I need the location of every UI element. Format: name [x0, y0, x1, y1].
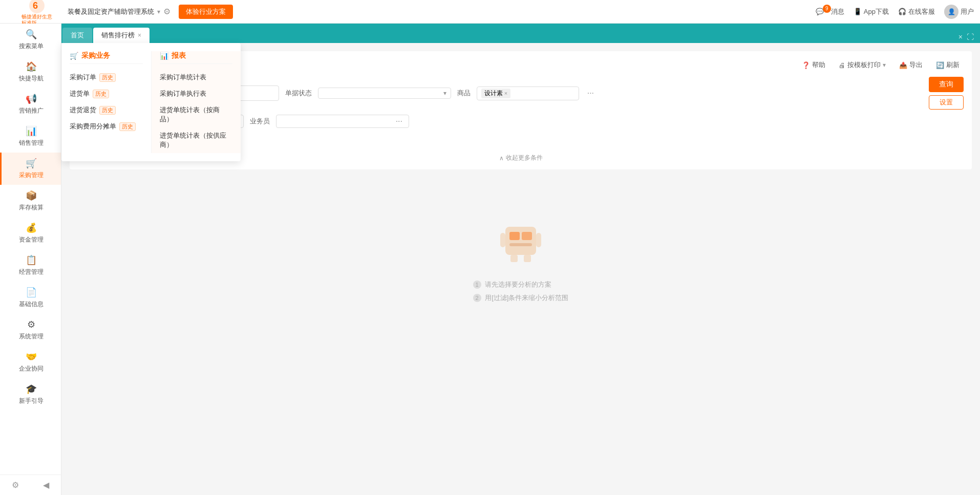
goods-ellipsis[interactable]: ··· [585, 89, 596, 98]
tab-sales-ranking-label: 销售排行榜 [101, 31, 135, 40]
gear-icon: ⚙ [27, 319, 35, 330]
menu-col-purchase: 🛒 采购业务 采购订单 历史 进货单 历史 进货退货 历史 采购费用分摊单 历史 [61, 51, 151, 153]
menu-item-purchase-expense[interactable]: 采购费用分摊单 历史 [70, 118, 143, 135]
purchase-col-title-text: 采购业务 [81, 51, 110, 60]
svg-rect-3 [509, 232, 520, 240]
sidebar-item-inventory[interactable]: 📦 库存核算 [0, 185, 61, 217]
menu-item-inbound-stats-supplier[interactable]: 进货单统计表（按供应商） [160, 127, 233, 153]
help-icon: ❓ [802, 61, 810, 69]
goods-tag-text: 设计素 [484, 89, 503, 98]
clipboard-icon: 📋 [26, 254, 37, 266]
sidebar-item-operations[interactable]: 📋 经营管理 [0, 249, 61, 282]
online-service-item[interactable]: 🎧 在线客服 [898, 7, 935, 16]
settings-icon[interactable]: ⚙ [163, 7, 171, 16]
query-btn[interactable]: 查询 [929, 77, 964, 92]
logo-area: 6 畅捷通好生意 标准版 [6, 0, 68, 26]
menu-item-purchase-order-exec-label: 采购订单执行表 [160, 89, 206, 98]
sidebar-settings-icon[interactable]: ⚙ [12, 480, 19, 490]
export-label: 导出 [909, 60, 923, 70]
purchase-title-icon: 🛒 [70, 52, 78, 60]
menu-item-purchase-order-label: 采购订单 [70, 73, 96, 82]
sidebar-item-guide-label: 新手引导 [19, 397, 44, 405]
header-right: 💬 9 消息 📱 App下载 🎧 在线客服 👤 用户 [816, 5, 974, 19]
history-tag-inbound-return: 历史 [99, 106, 116, 115]
salesman-ellipsis[interactable]: ··· [394, 117, 404, 126]
messages-item[interactable]: 💬 9 消息 [816, 7, 844, 16]
messages-badge: 9 [823, 5, 831, 13]
app-download-item[interactable]: 📱 App下载 [854, 7, 889, 16]
refresh-btn[interactable]: 🔄 刷新 [932, 58, 964, 72]
goods-tag-close[interactable]: × [504, 90, 507, 96]
sidebar-item-operations-label: 经营管理 [19, 268, 44, 276]
tab-bar: 首页 销售排行榜 × × ⛶ [61, 24, 980, 43]
salesman-select-area[interactable]: ··· [276, 115, 409, 128]
industry-btn[interactable]: 体验行业方案 [179, 5, 233, 19]
empty-tips: 1 请先选择要分析的方案 2 用[过滤]条件来缩小分析范围 [473, 278, 569, 305]
tab-home-label: 首页 [71, 31, 84, 40]
online-service-label: 在线客服 [908, 7, 935, 16]
salesman-label: 业务员 [250, 117, 270, 126]
sidebar-item-basic-info-label: 基础信息 [19, 300, 44, 309]
menu-item-inbound-stats-goods[interactable]: 进货单统计表（按商品） [160, 102, 233, 127]
help-btn[interactable]: ❓ 帮助 [798, 58, 829, 72]
sidebar-item-purchase-label: 采购管理 [19, 171, 44, 180]
sidebar-item-inventory-label: 库存核算 [19, 203, 44, 212]
help-label: 帮助 [812, 60, 825, 70]
tab-fullscreen-btn[interactable]: ⛶ [967, 33, 974, 41]
sidebar-collapse-icon[interactable]: ◀ [43, 480, 49, 490]
sidebar: 🔍 搜索菜单 🏠 快捷导航 📢 营销推广 📊 销售管理 🛒 采购管理 📦 库存核… [0, 24, 61, 495]
sidebar-item-cooperation[interactable]: 🤝 企业协同 [0, 346, 61, 378]
tab-close-icon[interactable]: × [138, 32, 141, 39]
chart-icon: 📊 [26, 125, 37, 137]
sidebar-item-guide[interactable]: 🎓 新手引导 [0, 378, 61, 411]
sidebar-item-system[interactable]: ⚙ 系统管理 [0, 314, 61, 346]
goods-input-area[interactable]: 设计素 × [477, 87, 579, 100]
report-col-title-text: 报表 [172, 51, 186, 60]
megaphone-icon: 📢 [26, 93, 37, 104]
tab-home[interactable]: 首页 [62, 28, 92, 43]
sidebar-item-finance-label: 资金管理 [19, 235, 44, 244]
empty-state: 1 请先选择要分析的方案 2 用[过滤]条件来缩小分析范围 [70, 176, 972, 346]
goods-label: 商品 [457, 89, 471, 98]
refresh-icon: 🔄 [936, 61, 944, 69]
menu-item-purchase-order-stats[interactable]: 采购订单统计表 [160, 69, 233, 85]
sidebar-item-navigation[interactable]: 🏠 快捷导航 [0, 56, 61, 88]
menu-item-inbound-label: 进货单 [70, 89, 90, 98]
collapse-text: 收起更多条件 [506, 154, 543, 162]
print-icon: 🖨 [839, 61, 845, 69]
svg-rect-6 [500, 233, 505, 247]
status-select-area[interactable]: ▾ [318, 88, 451, 99]
purchase-col-title: 🛒 采购业务 [70, 51, 143, 64]
app-download-label: App下载 [864, 7, 889, 16]
tab-close-btn[interactable]: × [958, 33, 963, 41]
top-header: 6 畅捷通好生意 标准版 装餐及固定资产辅助管理系统 ▾ ⚙ 体验行业方案 💬 … [0, 0, 980, 24]
tab-sales-ranking[interactable]: 销售排行榜 × [93, 28, 150, 43]
user-item[interactable]: 👤 用户 [944, 5, 974, 19]
sidebar-item-sales[interactable]: 📊 销售管理 [0, 120, 61, 153]
menu-item-inbound-return[interactable]: 进货退货 历史 [70, 102, 143, 118]
sidebar-item-basic-info[interactable]: 📄 基础信息 [0, 282, 61, 314]
sidebar-item-cooperation-label: 企业协同 [19, 364, 44, 373]
search-icon: 🔍 [26, 29, 37, 40]
menu-item-inbound[interactable]: 进货单 历史 [70, 85, 143, 102]
history-tag-purchase-order: 历史 [99, 73, 116, 82]
system-title-chevron[interactable]: ▾ [157, 8, 160, 15]
menu-item-purchase-order-exec[interactable]: 采购订单执行表 [160, 85, 233, 102]
settings-btn[interactable]: 设置 [929, 95, 964, 110]
graduation-icon: 🎓 [26, 383, 37, 395]
tip-num-1: 1 [473, 281, 481, 289]
sidebar-item-purchase[interactable]: 🛒 采购管理 [0, 153, 61, 185]
sidebar-item-search[interactable]: 🔍 搜索菜单 [0, 24, 61, 56]
report-title-icon: 📊 [160, 52, 168, 60]
menu-item-purchase-order[interactable]: 采购订单 历史 [70, 69, 143, 85]
print-btn[interactable]: 🖨 按模板打印 ▾ [835, 58, 890, 72]
box-icon: 📦 [26, 190, 37, 201]
export-icon: 📤 [899, 61, 907, 69]
collapse-icon: ∧ [499, 155, 504, 162]
sidebar-item-marketing[interactable]: 📢 营销推广 [0, 88, 61, 120]
export-btn[interactable]: 📤 导出 [895, 58, 927, 72]
menu-item-purchase-expense-label: 采购费用分摊单 [70, 122, 116, 131]
svg-rect-5 [509, 243, 532, 246]
report-col-title: 📊 报表 [160, 51, 233, 64]
sidebar-item-finance[interactable]: 💰 资金管理 [0, 217, 61, 249]
